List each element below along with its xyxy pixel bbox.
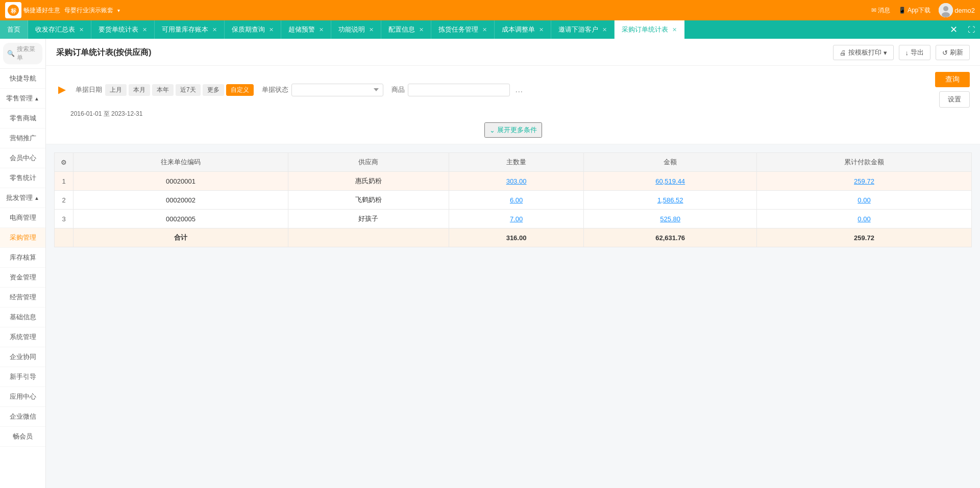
row-paid[interactable]: 0.00 xyxy=(756,210,971,228)
tab-close-icon[interactable]: ✕ xyxy=(269,27,274,33)
date-btn-7days[interactable]: 近7天 xyxy=(176,84,201,96)
sidebar-item-ecommerce[interactable]: 电商管理 xyxy=(0,208,45,228)
nav-tabs: 首页 收发存汇总表 ✕ 要货单统计表 ✕ 可用量库存账本 ✕ 保质期查询 ✕ 超… xyxy=(0,20,980,39)
sidebar-item-retail-mgmt[interactable]: 零售管理 ▲ xyxy=(0,89,45,109)
tab-close-icon[interactable]: ✕ xyxy=(369,27,374,33)
tab-pick-task[interactable]: 拣货任务管理 ✕ xyxy=(431,20,495,39)
tab-close-icon[interactable]: ✕ xyxy=(319,27,324,33)
date-buttons: 上月 本月 本年 近7天 更多 自定义 xyxy=(105,84,254,96)
tab-config-info[interactable]: 配置信息 ✕ xyxy=(381,20,431,39)
sidebar-item-wholesale[interactable]: 批发管理 ▲ xyxy=(0,188,45,208)
expand-more-button[interactable]: ⌄ 展开更多条件 xyxy=(484,122,542,138)
user-avatar[interactable]: demo2 xyxy=(939,3,975,17)
row-paid[interactable]: 259.72 xyxy=(756,172,971,191)
sidebar-item-marketing[interactable]: 营销推广 xyxy=(0,129,45,148)
message-btn[interactable]: ✉ 消息 xyxy=(871,6,890,15)
setting-button[interactable]: 设置 xyxy=(939,91,970,108)
fullscreen-icon[interactable]: ⛶ xyxy=(963,25,980,34)
sidebar-item-retail-stat[interactable]: 零售统计 xyxy=(0,168,45,188)
tab-close-active-icon[interactable]: ✕ xyxy=(672,27,677,33)
tab-goods-stat[interactable]: 要货单统计表 ✕ xyxy=(91,20,155,39)
status-select[interactable] xyxy=(291,84,383,96)
top-bar-left: 标 畅捷通好生意 母婴行业演示账套 ▾ xyxy=(5,2,120,18)
sidebar-item-enterprise-wechat[interactable]: 企业微信 xyxy=(0,407,45,427)
col-supplier: 供应商 xyxy=(288,153,449,172)
close-all-tabs-icon[interactable]: ✕ xyxy=(945,24,963,35)
sidebar-item-vip[interactable]: 畅会员 xyxy=(0,427,45,447)
table-footer-row: 合计 316.00 62,631.76 259.72 xyxy=(55,228,972,247)
app-download-btn[interactable]: 📱 App下载 xyxy=(898,6,930,15)
sidebar-item-sys-mgmt[interactable]: 系统管理 xyxy=(0,327,45,347)
date-btn-more[interactable]: 更多 xyxy=(203,84,224,96)
sidebar-item-operation[interactable]: 经营管理 xyxy=(0,288,45,307)
user-name: demo2 xyxy=(954,7,975,14)
row-paid[interactable]: 0.00 xyxy=(756,191,971,210)
search-input-area[interactable]: 🔍 搜索菜单 xyxy=(3,43,42,64)
refresh-button[interactable]: ↺ 刷新 xyxy=(936,45,970,60)
sidebar-item-member[interactable]: 会员中心 xyxy=(0,148,45,168)
tab-close-icon[interactable]: ✕ xyxy=(602,27,607,33)
date-range-display: 2016-01-01 至 2023-12-31 xyxy=(56,110,970,118)
workspace-name: 母婴行业演示账套 xyxy=(64,6,113,15)
print-button[interactable]: 🖨 按模板打印 ▾ xyxy=(833,45,894,60)
sidebar: 🔍 搜索菜单 快捷导航 零售管理 ▲ 零售商城 营销推广 会员中心 零售统计 xyxy=(0,39,46,488)
export-button[interactable]: ↓ 导出 xyxy=(899,45,931,60)
row-code: 00020001 xyxy=(74,172,288,191)
tab-receive-summary[interactable]: 收发存汇总表 ✕ xyxy=(28,20,91,39)
query-button[interactable]: 查询 xyxy=(935,72,970,87)
sidebar-search[interactable]: 🔍 搜索菜单 xyxy=(0,39,45,69)
row-supplier: 飞鹤奶粉 xyxy=(288,191,449,210)
row-amount[interactable]: 60,519.44 xyxy=(584,172,757,191)
filter-expand-toggle[interactable]: ▶ xyxy=(56,84,67,95)
date-btn-this-year[interactable]: 本年 xyxy=(152,84,174,96)
filter-status: 单据状态 xyxy=(262,84,383,96)
tab-invite-downstream[interactable]: 邀请下游客户 ✕ xyxy=(551,20,615,39)
row-qty[interactable]: 6.00 xyxy=(449,191,584,210)
logo-icon: 标 xyxy=(5,2,21,18)
row-num: 2 xyxy=(55,191,74,210)
sidebar-item-stock[interactable]: 库存核算 xyxy=(0,248,45,268)
sidebar-item-app-center[interactable]: 应用中心 xyxy=(0,387,45,407)
sidebar-item-finance[interactable]: 资金管理 xyxy=(0,268,45,288)
tab-close-icon[interactable]: ✕ xyxy=(142,27,147,33)
tab-cost-adjust[interactable]: 成本调整单 ✕ xyxy=(495,20,551,39)
row-amount[interactable]: 1,586.52 xyxy=(584,191,757,210)
col-code: 往来单位编码 xyxy=(74,153,288,172)
tab-available-stock[interactable]: 可用量库存账本 ✕ xyxy=(155,20,225,39)
sidebar-item-retail-store[interactable]: 零售商城 xyxy=(0,109,45,129)
tab-close-icon[interactable]: ✕ xyxy=(79,27,84,33)
tab-close-icon[interactable]: ✕ xyxy=(482,27,487,33)
date-btn-this-month[interactable]: 本月 xyxy=(129,84,150,96)
content-area: 采购订单统计表(按供应商) 🖨 按模板打印 ▾ ↓ 导出 ↺ 刷新 xyxy=(46,39,980,488)
sidebar-item-basic-info[interactable]: 基础信息 xyxy=(0,307,45,327)
table-row: 3 00020005 好孩子 7.00 525.80 0.00 xyxy=(55,210,972,228)
row-qty[interactable]: 303.00 xyxy=(449,172,584,191)
goods-input[interactable] xyxy=(408,84,510,96)
row-code: 00020005 xyxy=(74,210,288,228)
tab-close-icon[interactable]: ✕ xyxy=(539,27,544,33)
row-qty[interactable]: 7.00 xyxy=(449,210,584,228)
sidebar-item-new-guide[interactable]: 新手引导 xyxy=(0,367,45,387)
date-range-text: 2016-01-01 至 2023-12-31 xyxy=(70,110,142,117)
print-dropdown-icon: ▾ xyxy=(884,49,887,57)
date-custom-badge[interactable]: 自定义 xyxy=(226,84,254,96)
tab-overstock-warning[interactable]: 超储预警 ✕ xyxy=(281,20,331,39)
col-settings[interactable]: ⚙ xyxy=(55,153,74,172)
col-qty: 主数量 xyxy=(449,153,584,172)
tab-close-icon[interactable]: ✕ xyxy=(419,27,424,33)
tab-expiry-query[interactable]: 保质期查询 ✕ xyxy=(225,20,281,39)
row-amount[interactable]: 525.80 xyxy=(584,210,757,228)
tab-home[interactable]: 首页 xyxy=(0,20,28,39)
printer-icon: 🖨 xyxy=(840,49,846,57)
table-area: ⚙ 往来单位编码 供应商 主数量 金额 累计付款金额 1 00020001 惠氏… xyxy=(46,144,980,255)
page-actions: 🖨 按模板打印 ▾ ↓ 导出 ↺ 刷新 xyxy=(833,45,970,60)
tab-close-icon[interactable]: ✕ xyxy=(212,27,217,33)
goods-more-icon[interactable]: … xyxy=(513,85,525,94)
sidebar-item-quick-nav[interactable]: 快捷导航 xyxy=(0,69,45,89)
tab-function-desc[interactable]: 功能说明 ✕ xyxy=(331,20,381,39)
sidebar-item-enterprise[interactable]: 企业协同 xyxy=(0,347,45,367)
workspace-dropdown-icon[interactable]: ▾ xyxy=(117,8,120,13)
tab-purchase-summary[interactable]: 采购订单统计表 ✕ xyxy=(615,20,684,39)
date-btn-last-month[interactable]: 上月 xyxy=(105,84,127,96)
sidebar-item-purchase[interactable]: 采购管理 xyxy=(0,228,45,248)
